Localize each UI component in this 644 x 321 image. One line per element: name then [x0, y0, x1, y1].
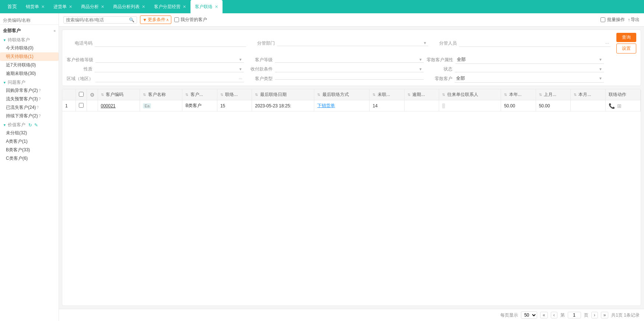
help-icon: ? [39, 97, 41, 101]
manager-select[interactable]: ··· [459, 40, 610, 47]
sidebar-group-value: ▼ 价值客户 ↻ ✎ [0, 120, 59, 129]
nav-product-analysis-list[interactable]: 商品分析列表 ✕ [109, 0, 150, 13]
filter-icon: ▼ [143, 17, 147, 23]
main-search-icon[interactable]: 🔍 [129, 17, 134, 23]
edit-icon[interactable]: ✎ [34, 122, 38, 128]
close-icon[interactable]: ✕ [183, 4, 186, 9]
nav-product-analysis[interactable]: 商品分析 ✕ [77, 0, 109, 13]
last-page-btn[interactable]: » [601, 312, 609, 318]
nav-customer-stratification[interactable]: 客户分层经营 ✕ [150, 0, 190, 13]
sidebar-item-7day-contact[interactable]: 近7天待联络(0) [0, 61, 59, 69]
retail-customer-label: 零散客户 [427, 76, 452, 82]
cell-contact-count: 15 [217, 100, 252, 111]
close-icon[interactable]: ✕ [69, 4, 72, 9]
close-icon[interactable]: ✕ [142, 4, 145, 9]
customer-type-select[interactable] [275, 78, 424, 80]
filter-customer-value: 客户价格等级 ▼ [67, 57, 244, 63]
dots-icon: ··· [605, 41, 609, 46]
nav-customer-contact[interactable]: 客户联络 ✕ [190, 0, 223, 13]
customer-level-select[interactable]: ▼ [275, 57, 424, 63]
th-last-contact-method: ⇅ 最后联络方式 [314, 89, 370, 100]
nature-select[interactable]: ▼ [95, 66, 244, 72]
export-btn[interactable]: ↑ 导出 [628, 17, 640, 23]
retail-attr-label: 零散客户属性 [427, 57, 453, 63]
my-customers-check[interactable] [174, 17, 179, 22]
sidebar-item-declining[interactable]: 持续下滑客户(2) ? [0, 112, 59, 120]
nav-sales-order[interactable]: 销货单 ✕ [21, 0, 49, 13]
query-button[interactable]: 查询 [616, 33, 636, 42]
help-icon: ? [36, 106, 39, 110]
sidebar-all-customers[interactable]: 全部客户 « [0, 26, 59, 35]
more-conditions-btn[interactable]: ▼ 更多条件 ∧ [140, 15, 171, 24]
cell-checkbox [76, 100, 87, 111]
th-overdue: ⇅ 逾期... [404, 89, 439, 100]
per-page-select[interactable]: 50 [521, 311, 537, 319]
chevron-down-icon: ▼ [599, 76, 602, 80]
status-select[interactable]: ▼ [455, 66, 604, 72]
next-page-btn[interactable]: › [591, 312, 598, 318]
sidebar-item-overdue-contact[interactable]: 逾期未联络(30) [0, 69, 59, 78]
sidebar-search-input[interactable] [3, 18, 58, 23]
close-icon[interactable]: ✕ [41, 4, 45, 9]
customer-table: ⚙ ⇅ 客户编码 ⇅ 客户名称 ⇅ 客户... [62, 89, 641, 111]
prev-page-btn[interactable]: ‹ [551, 312, 557, 318]
close-icon[interactable]: ✕ [101, 4, 104, 9]
close-icon[interactable]: ✕ [215, 4, 218, 9]
sidebar-item-churn-warning[interactable]: 流失预警客户(3) ? [0, 95, 59, 103]
sort-icon: ⇅ [574, 93, 577, 97]
chevron-down-icon: ▼ [423, 41, 427, 45]
filter-action-btns: 查询 设置 [616, 33, 636, 54]
column-settings-icon[interactable]: ⚙ [90, 92, 95, 98]
dept-select[interactable]: ▼ [277, 40, 428, 46]
main-search-input[interactable] [66, 17, 129, 23]
sidebar-item-tomorrow-contact[interactable]: 明天待联络(1) [0, 52, 59, 61]
phone-action-icon[interactable]: 📞 [609, 103, 615, 109]
sidebar-item-class-b[interactable]: B类客户(33) [0, 146, 59, 154]
cell-overdue [404, 100, 439, 111]
chevron-icon: ∧ [166, 18, 169, 22]
setting-button[interactable]: 设置 [616, 44, 636, 54]
sidebar-item-churned[interactable]: 已流失客户(24) ? [0, 103, 59, 112]
batch-op-check[interactable] [601, 17, 605, 22]
row-checkbox[interactable] [79, 103, 84, 108]
customer-value-select[interactable]: ▼ [95, 57, 244, 63]
region-select[interactable]: ··· [95, 75, 244, 82]
th-index [62, 89, 76, 100]
payment-label: 收付款条件 [247, 66, 273, 72]
sidebar-item-class-a[interactable]: A类客户(1) [0, 137, 59, 146]
nav-home[interactable]: 首页 [3, 0, 21, 13]
status-label: 状态 [427, 66, 452, 72]
cell-code[interactable]: 000021 [98, 100, 140, 111]
retail-customer-select[interactable]: 全部 ▼ [455, 75, 604, 83]
sort-icon: ⇅ [220, 93, 223, 97]
retail-attr-select[interactable]: 全部 ▼ [455, 56, 604, 64]
sort-icon: ⇅ [185, 93, 188, 97]
page-number-input[interactable] [568, 312, 581, 318]
filter-dept: 分管部门 ▼ [249, 40, 428, 46]
refresh-icon[interactable]: ↻ [28, 122, 32, 128]
batch-operation-btn[interactable]: 批量操作 [601, 17, 625, 23]
filter-phone: 电话号码 [67, 40, 246, 47]
payment-select[interactable]: ▼ [275, 66, 424, 72]
sidebar-item-today-contact[interactable]: 今天待联络(0) [0, 44, 59, 52]
table-header-row: ⚙ ⇅ 客户编码 ⇅ 客户名称 ⇅ 客户... [62, 89, 641, 100]
first-page-btn[interactable]: « [540, 312, 548, 318]
chevron-down-icon: ▼ [239, 58, 242, 62]
th-checkbox [76, 89, 87, 100]
customer-level-label: 客户等级 [247, 57, 273, 63]
phone-input[interactable] [95, 40, 246, 47]
th-contact-count: ⇅ 联络... [217, 89, 252, 100]
select-all-checkbox[interactable] [79, 92, 84, 97]
toolbar-right: 批量操作 ↑ 导出 [601, 17, 640, 23]
sidebar-item-ungrouped[interactable]: 未分组(32) [0, 129, 59, 137]
triangle-icon: ▼ [3, 38, 6, 42]
sidebar-item-repurchase-anomaly[interactable]: 回购异常客户(2) ? [0, 86, 59, 95]
my-customers-checkbox[interactable]: 我分管的客户 [174, 17, 207, 23]
nav-purchase-order[interactable]: 进货单 ✕ [49, 0, 77, 13]
grid-action-icon[interactable]: ⊞ [617, 103, 622, 109]
sidebar-search-area: 🔍 [0, 16, 59, 25]
pagination-bar: 每页显示 50 « ‹ 第 页 › » 共1页 1条记录 [59, 309, 644, 321]
contact-method-link[interactable]: 下销货单 [317, 103, 335, 108]
sidebar-item-class-c[interactable]: C类客户(6) [0, 154, 59, 163]
phone-label: 电话号码 [67, 40, 92, 46]
